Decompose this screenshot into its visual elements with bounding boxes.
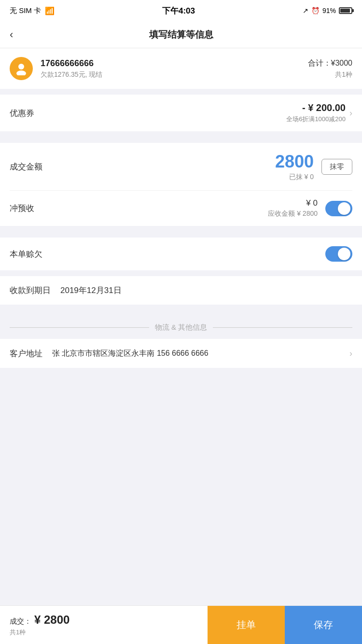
total-count: 共1种 (308, 70, 353, 79)
deferred-toggle[interactable] (325, 246, 352, 262)
separator-2 (0, 232, 362, 238)
total-amount: 合计：¥3000 (308, 58, 353, 69)
deferred-row: 本单赊欠 (0, 238, 362, 270)
avatar (10, 57, 33, 80)
separator-3 (0, 310, 362, 316)
prepay-amount: ¥ 0 (268, 198, 318, 208)
customer-debt: 欠款1276.35元, 现结 (41, 70, 102, 79)
back-button[interactable]: ‹ (6, 25, 17, 45)
customer-phone: 17666666666 (41, 58, 102, 69)
location-icon: ↗ (303, 7, 308, 14)
coupon-row[interactable]: 优惠券 - ¥ 200.00 全场6折满1000减200 › (0, 95, 362, 131)
separator-1 (0, 137, 362, 143)
logistics-divider: 物流 & 其他信息 (0, 316, 362, 339)
address-value: 张 北京市市辖区海淀区永丰南 156 6666 6666 (52, 348, 349, 359)
alarm-icon: ⏰ (311, 7, 320, 14)
deal-label: 成交金额 (10, 161, 42, 172)
page-title: 填写结算等信息 (149, 28, 213, 41)
customer-section: 17666666666 欠款1276.35元, 现结 合计：¥3000 共1种 (0, 48, 362, 89)
pending-button[interactable]: 挂单 (208, 606, 285, 644)
coupon-discount-desc: 全场6折满1000减200 (286, 115, 346, 124)
prepay-label: 冲预收 (10, 203, 34, 214)
status-bar: 无 SIM 卡 📶 下午4:03 ↗ ⏰ 91% (0, 0, 362, 21)
status-time: 下午4:03 (162, 5, 195, 16)
deal-amount: 2800 (275, 152, 314, 172)
status-left: 无 SIM 卡 📶 (10, 6, 55, 15)
prepay-row: 冲预收 ¥ 0 应收金额 ¥ 2800 (0, 191, 362, 226)
bottom-deal-label: 成交： (10, 617, 31, 626)
bottom-count: 共1种 (10, 628, 198, 637)
prepay-receivable: 应收金额 ¥ 2800 (268, 210, 318, 218)
bottom-btn-group: 挂单 保存 (208, 606, 362, 644)
bottom-deal-amount: ¥ 2800 (34, 613, 70, 627)
battery-pct: 91% (322, 7, 336, 14)
round-button[interactable]: 抹零 (321, 159, 352, 175)
due-date-label: 收款到期日 (10, 285, 51, 296)
bottom-summary: 成交： ¥ 2800 共1种 (0, 613, 208, 637)
deal-sub: 已抹 ¥ 0 (275, 173, 314, 182)
nav-bar: ‹ 填写结算等信息 (0, 21, 362, 48)
content: 17666666666 欠款1276.35元, 现结 合计：¥3000 共1种 … (0, 48, 362, 422)
deferred-label: 本单赊欠 (10, 249, 42, 260)
svg-point-0 (18, 64, 24, 70)
coupon-label: 优惠券 (10, 108, 34, 119)
address-section[interactable]: 客户地址 张 北京市市辖区海淀区永丰南 156 6666 6666 › (0, 339, 362, 368)
battery-icon (339, 7, 352, 14)
svg-point-1 (16, 70, 26, 75)
deal-row: 成交金额 2800 已抹 ¥ 0 抹零 (0, 143, 362, 190)
coupon-discount-amount: - ¥ 200.00 (286, 102, 346, 113)
due-date-value: 2019年12月31日 (60, 285, 122, 296)
bottom-bar: 成交： ¥ 2800 共1种 挂单 保存 (0, 605, 362, 644)
status-right: ↗ ⏰ 91% (303, 7, 352, 14)
prepay-toggle[interactable] (325, 201, 352, 216)
logistics-text: 物流 & 其他信息 (155, 323, 207, 332)
save-button[interactable]: 保存 (285, 606, 362, 644)
coupon-chevron-icon: › (349, 108, 352, 118)
sim-text: 无 SIM 卡 (10, 6, 41, 15)
deal-section: 成交金额 2800 已抹 ¥ 0 抹零 冲预收 ¥ 0 应收金额 ¥ 2800 (0, 143, 362, 226)
due-date-row: 收款到期日 2019年12月31日 (0, 276, 362, 305)
deferred-section: 本单赊欠 (0, 238, 362, 270)
address-chevron-icon: › (349, 349, 352, 359)
address-label: 客户地址 (10, 348, 42, 359)
wifi-icon: 📶 (45, 6, 55, 15)
